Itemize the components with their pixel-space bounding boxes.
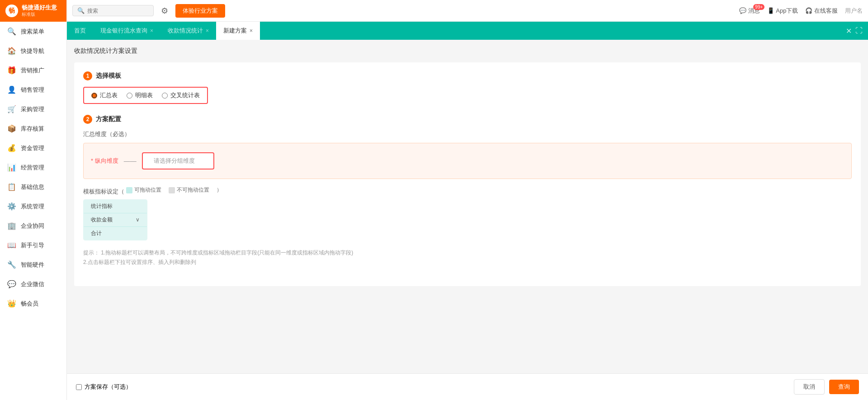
book-icon: 📖 [7,241,16,249]
legend-non-draggable: 不可拖动位置 [169,186,209,194]
radio-detail-input[interactable] [127,93,132,99]
sidebar-item-enterprise[interactable]: 🏢 企业协同 [0,216,66,235]
tab-new-plan[interactable]: 新建方案 × [216,22,260,40]
tab-home[interactable]: 首页 [67,22,93,40]
tabbar-actions: ✕ ⛶ [846,27,868,35]
hints-area: 提示： 1.拖动标题栏可以调整布局，不可跨维度或指标区域拖动栏目字段(只能在同一… [83,249,852,266]
sidebar-item-inventory[interactable]: 📦 库存核算 [0,119,66,138]
section1-num: 1 [83,71,92,80]
metrics-total-row: 合计 [84,227,147,240]
settings-icon[interactable]: ⚙ [161,6,168,16]
logo-text: 畅捷通好生意 标准版 [22,4,57,18]
section2-label: 方案配置 [96,115,121,123]
tab-close-receipt-stat[interactable]: × [206,28,209,34]
radio-cross[interactable]: 交叉统计表 [162,91,200,99]
dimension-area: * 纵向维度 —— 请选择分组维度 [83,143,852,179]
download-icon: 📱 [767,7,774,14]
sidebar-item-quick-nav[interactable]: 🏠 快捷导航 [0,41,66,61]
tab-close-new-plan[interactable]: × [250,28,253,34]
sidebar-item-marketing[interactable]: 🎁 营销推广 [0,61,66,80]
sidebar-item-wechat[interactable]: 💬 企业微信 [0,274,66,294]
main-area: 🔍 ⚙ 体验行业方案 💬 消息 99+ 📱 App下载 🎧 在线客服 用户名 [67,0,868,400]
search-icon: 🔍 [77,7,85,14]
section2-num: 2 [83,115,92,124]
sidebar-item-guide[interactable]: 📖 新手引导 [0,235,66,255]
search-icon: 🔍 [7,27,16,36]
query-button[interactable]: 查询 [829,380,859,394]
metrics-section-label: 模板指标设定（ 可拖动位置 不可拖动位置 ） [83,186,852,196]
dimension-row: * 纵向维度 —— 请选择分组维度 [91,152,844,169]
footer-bar: 方案保存（可选） 取消 查询 [67,373,868,400]
metrics-legend: 可拖动位置 不可拖动位置 ） [126,186,222,194]
metrics-sub-section: 模板指标设定（ 可拖动位置 不可拖动位置 ） [83,186,852,242]
building-icon: 🏢 [7,221,16,230]
content-area: 收款情况统计方案设置 1 选择模板 汇总表 明细表 [67,40,868,373]
section-config: 2 方案配置 汇总维度（必选） * 纵向维度 —— 请选择分组维度 [83,115,852,266]
gear-icon: ⚙️ [7,202,16,211]
radio-summary[interactable]: 汇总表 [91,91,118,99]
main-card: 1 选择模板 汇总表 明细表 交叉统计表 [74,62,861,286]
dimension-select[interactable]: 请选择分组维度 [142,152,214,169]
tabbar: 首页 现金银行流水查询 × 收款情况统计 × 新建方案 × ✕ ⛶ [67,22,868,40]
metrics-grid: 统计指标 收款金额 ∨ 合计 [83,199,147,240]
non-draggable-box [169,187,175,193]
metrics-header: 统计指标 [84,200,147,213]
sidebar-logo: 畅 畅捷通好生意 标准版 [0,0,66,22]
hint-1: 提示： 1.拖动标题栏可以调整布局，不可跨维度或指标区域拖动栏目字段(只能在同一… [83,249,852,257]
tab-expand-icon[interactable]: ⛶ [855,27,863,35]
cancel-button[interactable]: 取消 [794,379,825,395]
save-plan-checkbox[interactable] [76,384,82,390]
arrow-right-icon: —— [124,157,137,165]
trial-button[interactable]: 体验行业方案 [175,4,225,18]
dimension-sub-section: 汇总维度（必选） * 纵向维度 —— 请选择分组维度 [83,130,852,179]
user-info[interactable]: 用户名 [845,7,863,15]
wechat-icon: 💬 [7,280,16,288]
sidebar-item-sales[interactable]: 👤 销售管理 [0,80,66,99]
vertical-dimension-label: * 纵向维度 [91,157,118,165]
column-dropdown-icon[interactable]: ∨ [136,216,140,223]
app-download[interactable]: 📱 App下载 [767,7,798,15]
tab-bank-flow[interactable]: 现金银行流水查询 × [93,22,160,40]
metrics-column-header[interactable]: 收款金额 ∨ [84,213,147,227]
hint-2: 2.点击标题栏下拉可设置排序、插入列和删除列 [83,259,852,266]
sidebar-item-basic[interactable]: 📋 基础信息 [0,177,66,197]
sidebar-item-capital[interactable]: 💰 资金管理 [0,138,66,158]
message-icon: 💬 [739,7,746,14]
tab-close-bank-flow[interactable]: × [150,28,153,34]
sidebar-item-search[interactable]: 🔍 搜索菜单 [0,22,66,41]
sidebar-item-operations[interactable]: 📊 经营管理 [0,158,66,177]
dimension-sub-title: 汇总维度（必选） [83,130,852,138]
section1-title: 1 选择模板 [83,71,852,80]
online-service[interactable]: 🎧 在线客服 [805,7,838,15]
box-icon: 📦 [7,124,16,133]
tab-close-all-icon[interactable]: ✕ [846,27,852,35]
badge-count: 99+ [753,4,764,10]
hardware-icon: 🔧 [7,260,16,269]
topbar: 🔍 ⚙ 体验行业方案 💬 消息 99+ 📱 App下载 🎧 在线客服 用户名 [67,0,868,22]
radio-summary-label: 汇总表 [100,91,118,99]
gift-icon: 🎁 [7,66,16,75]
radio-cross-input[interactable] [162,93,168,99]
search-box[interactable]: 🔍 [72,5,154,16]
logo-icon: 畅 [5,5,18,17]
sidebar-item-member[interactable]: 👑 畅会员 [0,294,66,313]
radio-cross-label: 交叉统计表 [170,91,200,99]
radio-summary-input[interactable] [91,93,97,99]
section2-title: 2 方案配置 [83,115,852,124]
search-input[interactable] [87,8,151,14]
message-badge[interactable]: 💬 消息 99+ [739,7,760,15]
chart-icon: 📊 [7,163,16,172]
section-template: 1 选择模板 汇总表 明细表 交叉统计表 [83,71,852,104]
save-option[interactable]: 方案保存（可选） [76,383,132,391]
crown-icon: 👑 [7,299,16,308]
sidebar-item-system[interactable]: ⚙️ 系统管理 [0,197,66,216]
page-title: 收款情况统计方案设置 [74,47,861,55]
list-icon: 📋 [7,183,16,191]
home-icon: 🏠 [7,47,16,55]
radio-detail[interactable]: 明细表 [127,91,153,99]
draggable-box [126,187,132,193]
tab-receipt-stat[interactable]: 收款情况统计 × [160,22,216,40]
save-plan-label: 方案保存（可选） [85,383,132,391]
sidebar-item-purchase[interactable]: 🛒 采购管理 [0,99,66,119]
sidebar-item-hardware[interactable]: 🔧 智能硬件 [0,255,66,274]
